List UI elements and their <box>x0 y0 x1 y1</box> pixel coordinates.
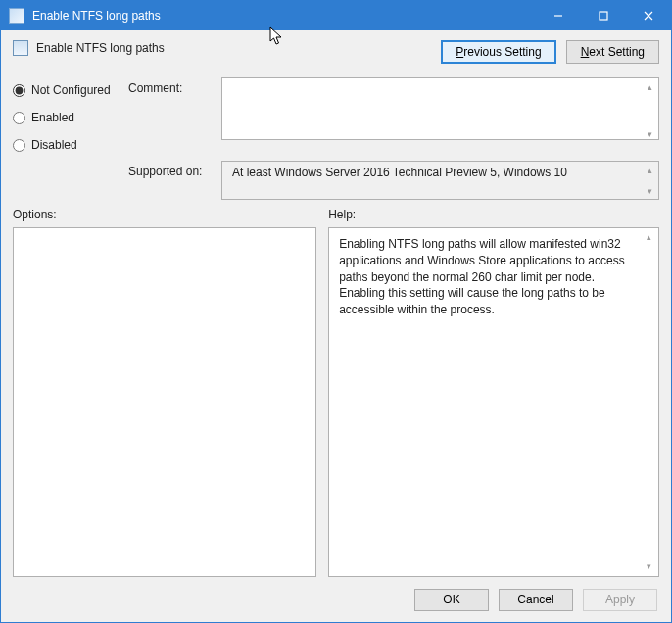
options-pane <box>13 227 316 577</box>
radio-not-configured-label: Not Configured <box>31 83 111 97</box>
help-content: Enabling NTFS long paths will allow mani… <box>339 237 625 316</box>
apply-button[interactable]: Apply <box>583 589 657 611</box>
radio-disabled-input[interactable] <box>13 139 25 152</box>
scroll-up-icon: ▴ <box>641 229 657 246</box>
window-title: Enable NTFS long paths <box>32 9 536 23</box>
radio-disabled-label: Disabled <box>31 138 77 152</box>
policy-heading: Enable NTFS long paths <box>13 40 441 56</box>
ok-button[interactable]: OK <box>414 589 489 611</box>
supported-on-label: Supported on: <box>128 161 221 178</box>
app-icon <box>9 8 24 24</box>
next-setting-button[interactable]: Next Setting <box>566 40 659 64</box>
cancel-button[interactable]: Cancel <box>499 589 573 611</box>
svg-rect-0 <box>600 12 607 20</box>
comment-textarea[interactable] <box>221 77 659 140</box>
policy-icon <box>13 40 28 56</box>
help-scrollbar: ▴ ▾ <box>641 229 657 575</box>
radio-not-configured[interactable]: Not Configured <box>13 83 128 97</box>
dialog-footer: OK Cancel Apply <box>1 577 671 622</box>
radio-enabled-label: Enabled <box>31 111 74 124</box>
comment-label: Comment: <box>128 77 221 95</box>
help-label: Help: <box>316 208 659 221</box>
radio-enabled-input[interactable] <box>13 112 25 124</box>
help-pane: Enabling NTFS long paths will allow mani… <box>328 227 659 577</box>
dialog-window: Enable NTFS long paths Enable NTFS long … <box>0 0 672 623</box>
dialog-body: Enable NTFS long paths Previous Setting … <box>1 30 671 622</box>
supported-on-text: At least Windows Server 2016 Technical P… <box>221 161 659 200</box>
previous-setting-button[interactable]: Previous Setting <box>441 40 555 64</box>
close-button[interactable] <box>626 1 671 30</box>
scroll-down-icon: ▾ <box>641 558 657 575</box>
minimize-button[interactable] <box>536 1 581 30</box>
radio-enabled[interactable]: Enabled <box>13 111 128 124</box>
radio-not-configured-input[interactable] <box>13 84 25 97</box>
options-label: Options: <box>13 208 316 221</box>
maximize-button[interactable] <box>581 1 626 30</box>
radio-disabled[interactable]: Disabled <box>13 138 128 152</box>
policy-name-text: Enable NTFS long paths <box>36 41 165 55</box>
title-bar[interactable]: Enable NTFS long paths <box>1 1 671 30</box>
